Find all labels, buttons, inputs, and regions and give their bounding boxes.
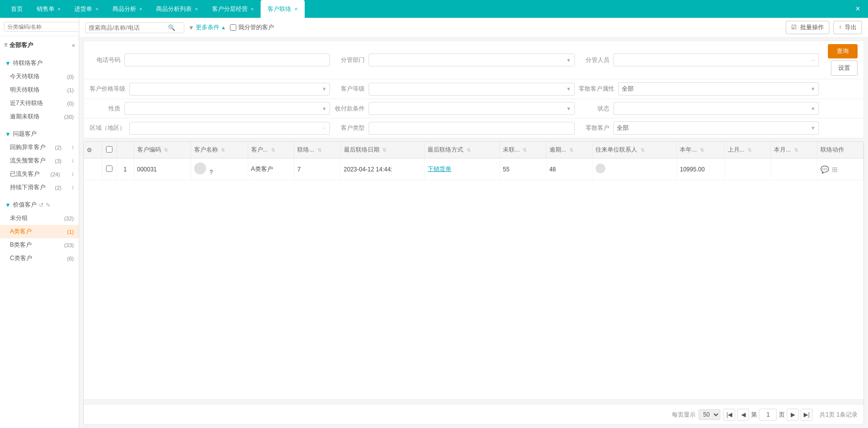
info-icon: ℹ [72, 158, 74, 163]
table-scroll[interactable]: ⚙ 客户编码 ⇅ 客户名称 ⇅ [84, 142, 864, 399]
customer-level-select[interactable]: ▼ [369, 83, 574, 96]
sort-icon: ⇅ [467, 147, 471, 153]
sidebar-value-title[interactable]: ▼ 价值客户 ↺ ✎ [0, 198, 79, 212]
field-status: 状态 ▼ [579, 102, 819, 115]
close-icon[interactable]: × [139, 6, 142, 12]
filter-buttons: 查询 设置 [823, 44, 858, 76]
retail-attr-select[interactable]: 全部 ▼ [618, 82, 819, 96]
sidebar-pending-section: ▼ 待联络客户 今天待联络 (0) 明天待联络 (1) 近7天待联络 (0) 逾… [0, 54, 79, 125]
prev-page-btn[interactable]: ◀ [737, 409, 749, 421]
action-icons: 💬 ⊞ [820, 165, 860, 173]
sidebar-search-input[interactable] [4, 22, 79, 32]
row-select-checkbox[interactable] [106, 165, 112, 172]
sort-icon: ⇅ [700, 147, 704, 153]
nature-select[interactable]: ▼ [124, 102, 330, 115]
data-table-container: ⚙ 客户编码 ⇅ 客户名称 ⇅ [83, 141, 864, 425]
sidebar-item-churned[interactable]: 已流失客户 (24) ℹ [0, 167, 79, 181]
data-table: ⚙ 客户编码 ⇅ 客户名称 ⇅ [84, 142, 864, 180]
field-person: 分管人员 ··· [579, 54, 819, 66]
close-icon[interactable]: × [251, 6, 254, 12]
num-th [116, 142, 134, 159]
price-level-select[interactable]: ▼ [129, 83, 330, 96]
customer-type-input[interactable] [369, 122, 574, 135]
name-th: 客户名称 ⇅ [191, 142, 248, 159]
nav-customer-segment[interactable]: 客户分层经营 × [205, 0, 261, 18]
dept-select[interactable]: ▼ [369, 54, 574, 66]
sidebar-item-ungrouped[interactable]: 未分组 (32) [0, 212, 79, 225]
row-last-month [724, 159, 771, 180]
field-region: 区域（地区） ··· [90, 122, 330, 135]
horizontal-scrollbar[interactable] [84, 399, 864, 404]
sidebar-problem-title[interactable]: ▼ 问题客户 [0, 127, 79, 141]
setting-button[interactable]: 设置 [831, 60, 858, 76]
sidebar-item-class-c[interactable]: C类客户 (6) [0, 252, 79, 265]
row-this-month [771, 159, 817, 180]
action-th: 联络动作 [817, 142, 863, 159]
nav-purchase[interactable]: 进货单 × [67, 0, 105, 18]
sidebar-pending-title[interactable]: ▼ 待联络客户 [0, 56, 79, 70]
uncontacted-th: 未联... ⇅ [500, 142, 546, 159]
first-page-btn[interactable]: |◀ [723, 409, 735, 421]
filter-more-btn[interactable]: ▼ 更多条件 ▲ [188, 23, 226, 32]
sort-icon: ⇅ [748, 147, 752, 153]
row-name: ? [191, 159, 248, 180]
refresh-icon[interactable]: ↺ [39, 202, 44, 209]
qr-icon[interactable]: ⊞ [832, 165, 838, 173]
page-number-input[interactable] [759, 409, 777, 421]
edit-icon[interactable]: ✎ [46, 202, 51, 209]
phone-input[interactable] [124, 54, 330, 66]
chevron-down-icon: ▼ [811, 125, 815, 131]
close-icon[interactable]: × [57, 6, 60, 12]
close-icon[interactable]: × [95, 6, 98, 12]
row-last-date: 2023-04-12 14:44: [340, 159, 425, 180]
retail-customer-select[interactable]: 全部 ▼ [613, 121, 819, 135]
table-row: 1 000031 ? A类客户 7 2023-04-12 14:44: 下销货单… [84, 159, 864, 180]
search-icon[interactable]: 🔍 [168, 24, 175, 31]
gear-th[interactable]: ⚙ [84, 142, 102, 159]
nav-customer-contact[interactable]: 客户联络 × [261, 0, 304, 18]
sidebar-item-churn-risk[interactable]: 流失预警客户 (3) ℹ [0, 154, 79, 167]
this-month-th: 本月... ⇅ [771, 142, 817, 159]
grid-icon: ⠿ [4, 43, 7, 48]
sidebar-item-7days[interactable]: 近7天待联络 (0) [0, 97, 79, 110]
close-icon[interactable]: × [294, 6, 297, 12]
batch-op-button[interactable]: ☑ 批量操作 [786, 21, 829, 34]
row-contact: 7 [294, 159, 341, 180]
filter-icon: ▼ [188, 24, 194, 31]
nav-analysis[interactable]: 商品分析 × [106, 0, 149, 18]
filter-search-input[interactable] [89, 24, 168, 31]
sidebar-item-tomorrow[interactable]: 明天待联络 (1) [0, 83, 79, 97]
filter-mine-check[interactable]: 我分管的客户 [230, 23, 274, 32]
content-area: 🔍 ▼ 更多条件 ▲ 我分管的客户 ☑ 批量操作 ↑ 导出 [79, 18, 868, 428]
sidebar-item-class-a[interactable]: A类客户 (1) [0, 225, 79, 238]
sidebar-all-header[interactable]: ⠿ 全部客户 « [0, 38, 79, 53]
nav-analysis-list[interactable]: 商品分析列表 × [149, 0, 205, 18]
page-size-select[interactable]: 50 [699, 409, 720, 420]
nav-sales[interactable]: 销售单 × [30, 0, 67, 18]
person-select[interactable]: ··· [613, 54, 819, 66]
sidebar-item-declining[interactable]: 持续下滑客户 (2) ℹ [0, 181, 79, 194]
query-button[interactable]: 查询 [828, 44, 858, 58]
sidebar-item-repurchase[interactable]: 回购异常客户 (2) ℹ [0, 141, 79, 154]
select-all-checkbox[interactable] [106, 146, 112, 153]
payment-select[interactable]: ▼ [369, 102, 574, 115]
export-button[interactable]: ↑ 导出 [833, 21, 862, 34]
nav-home[interactable]: 首页 [4, 0, 30, 18]
field-payment: 收付款条件 ▼ [334, 102, 574, 115]
close-all-tabs[interactable]: × [852, 4, 864, 13]
region-select[interactable]: ··· [129, 122, 330, 135]
status-select[interactable]: ▼ [613, 102, 819, 115]
close-icon[interactable]: × [195, 6, 198, 12]
row-type: A类客户 [248, 159, 294, 180]
mine-checkbox[interactable] [230, 24, 236, 31]
last-page-btn[interactable]: ▶| [801, 409, 813, 421]
chat-icon[interactable]: 💬 [820, 165, 829, 173]
row-last-method[interactable]: 下销货单 [425, 159, 500, 180]
sidebar-all-customers: ⠿ 全部客户 « [0, 36, 79, 54]
sidebar-item-class-b[interactable]: B类客户 (33) [0, 238, 79, 252]
sidebar-item-overdue[interactable]: 逾期未联络 (30) [0, 110, 79, 123]
next-page-btn[interactable]: ▶ [787, 409, 799, 421]
overdue-th: 逾期... ⇅ [546, 142, 593, 159]
row-unit-contact [593, 159, 677, 180]
sidebar-item-today[interactable]: 今天待联络 (0) [0, 70, 79, 83]
